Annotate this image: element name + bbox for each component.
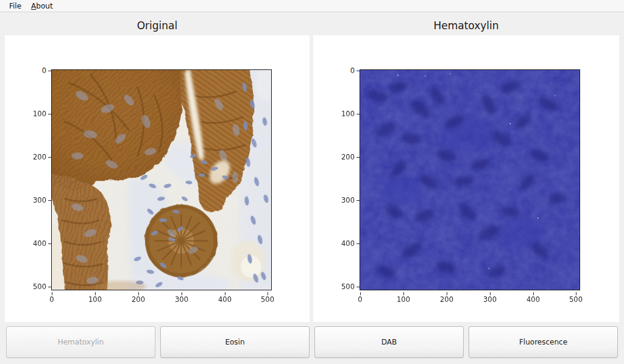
app-window: File About Original Hematoxylin xyxy=(0,0,624,364)
x-tick-label: 300 xyxy=(472,295,508,304)
y-tick-label: 300 xyxy=(327,195,355,205)
y-tick-label: 500 xyxy=(18,282,46,292)
menu-about[interactable]: About xyxy=(27,1,57,11)
original-image xyxy=(51,69,272,290)
hematoxylin-button[interactable]: Hematoxylin xyxy=(6,326,155,358)
y-tick-label: 500 xyxy=(327,282,355,292)
x-tick-label: 200 xyxy=(120,295,157,304)
y-tick-label: 200 xyxy=(18,152,46,162)
y-tick-label: 0 xyxy=(327,66,355,75)
menubar: File About xyxy=(0,0,624,12)
hematoxylin-plot-title: Hematoxylin xyxy=(313,18,619,33)
y-tick-label: 100 xyxy=(327,109,355,119)
y-tick-label: 400 xyxy=(18,239,46,248)
x-tick-label: 100 xyxy=(385,295,422,304)
original-plot-title: Original xyxy=(5,18,310,33)
x-tick-label: 300 xyxy=(163,295,200,304)
menu-file[interactable]: File xyxy=(5,1,26,11)
original-image-canvas xyxy=(52,70,271,290)
eosin-button[interactable]: Eosin xyxy=(160,326,310,358)
fluorescence-button[interactable]: Fluorescence xyxy=(469,326,618,358)
x-tick-label: 400 xyxy=(207,295,243,304)
y-tick-label: 0 xyxy=(18,66,46,75)
y-tick-label: 100 xyxy=(18,109,46,119)
x-tick-label: 0 xyxy=(34,295,70,304)
hematoxylin-image xyxy=(360,69,580,290)
x-tick-label: 200 xyxy=(428,295,465,304)
y-tick-label: 300 xyxy=(18,195,46,205)
y-tick-label: 400 xyxy=(327,239,355,248)
hematoxylin-image-canvas xyxy=(360,70,580,290)
dab-button[interactable]: DAB xyxy=(314,326,464,358)
x-tick-label: 0 xyxy=(342,295,378,304)
x-tick-label: 400 xyxy=(515,295,551,304)
y-tick-label: 200 xyxy=(327,152,355,162)
x-tick-label: 500 xyxy=(558,295,594,304)
x-tick-label: 500 xyxy=(249,295,286,304)
x-tick-label: 100 xyxy=(77,295,113,304)
